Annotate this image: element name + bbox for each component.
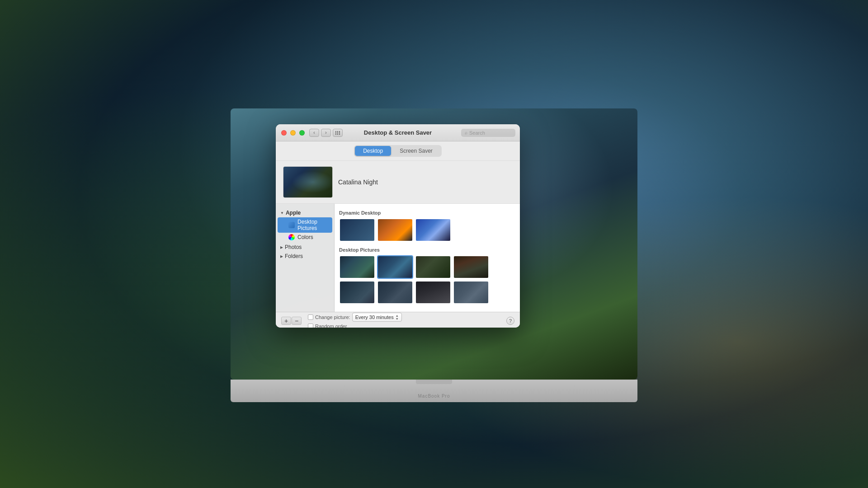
- gallery-item-dd-3[interactable]: [415, 218, 451, 242]
- photos-label: Photos: [285, 244, 302, 250]
- colors-label: Colors: [297, 234, 313, 240]
- dynamic-desktop-grid: [339, 218, 515, 242]
- add-button[interactable]: +: [281, 317, 291, 325]
- gallery-area: Dynamic Desktop: [335, 204, 520, 312]
- bottom-checkboxes: Change picture: Every 30 minutes ▲ ▼: [308, 313, 402, 328]
- help-button[interactable]: ?: [506, 317, 514, 325]
- gallery-item-dp-2[interactable]: [377, 255, 413, 279]
- sidebar-group-folders[interactable]: ▶ Folders: [276, 252, 334, 261]
- window-controls: [281, 130, 305, 136]
- dp-thumbnail-3: [416, 256, 450, 278]
- preview-thumbnail: [283, 166, 333, 198]
- preview-section: Catalina Night: [276, 161, 520, 204]
- gallery-item-dd-2[interactable]: [377, 218, 413, 242]
- colors-icon: [288, 234, 295, 240]
- tab-desktop[interactable]: Desktop: [355, 146, 391, 156]
- remove-button[interactable]: −: [292, 317, 302, 325]
- change-picture-checkbox[interactable]: [308, 314, 313, 320]
- folders-arrow: ▶: [280, 254, 283, 258]
- gallery-item-dp-8[interactable]: [453, 281, 489, 304]
- change-picture-label: Change picture:: [315, 314, 350, 320]
- sidebar-group-apple-header[interactable]: ▼ Apple: [276, 208, 334, 217]
- dp-thumbnail-7: [416, 282, 450, 303]
- dp-thumbnail-6: [378, 282, 412, 303]
- desktop-screensaver-window: ‹ › Desktop & Screen Saver ⌕ Search: [276, 124, 520, 328]
- search-box[interactable]: ⌕ Search: [461, 129, 515, 137]
- back-button[interactable]: ‹: [309, 129, 319, 137]
- tab-screensaver[interactable]: Screen Saver: [392, 146, 441, 156]
- select-arrows: ▲ ▼: [396, 314, 399, 320]
- random-order-label: Random order: [315, 324, 347, 328]
- grid-icon: [335, 131, 340, 135]
- content-area: Catalina Night ▼ Apple Des: [276, 161, 520, 328]
- add-remove-buttons: + −: [281, 317, 302, 325]
- macbook-label: MacBook Pro: [418, 394, 450, 399]
- grid-button[interactable]: [333, 129, 343, 137]
- change-picture-row: Change picture: Every 30 minutes ▲ ▼: [308, 313, 402, 322]
- sidebar-item-desktop-pictures[interactable]: Desktop Pictures: [278, 217, 332, 233]
- main-content: ▼ Apple Desktop Pictures Colors: [276, 204, 520, 312]
- interval-label: Every 30 minutes: [355, 314, 394, 320]
- desktop-pictures-label: Desktop Pictures: [297, 219, 328, 231]
- apple-group-label: Apple: [286, 210, 301, 216]
- dp-thumbnail-2: [378, 256, 412, 278]
- gallery-item-dp-1[interactable]: [339, 255, 375, 279]
- preview-name: Catalina Night: [338, 178, 378, 186]
- gallery-item-dd-1[interactable]: [339, 218, 375, 242]
- nav-buttons: ‹ ›: [309, 129, 331, 137]
- apple-group-arrow: ▼: [280, 211, 284, 215]
- gallery-item-dp-3[interactable]: [415, 255, 451, 279]
- gallery-item-dp-4[interactable]: [453, 255, 489, 279]
- desktop-pictures-title: Desktop Pictures: [339, 247, 515, 253]
- desktop-pictures-grid: [339, 255, 515, 304]
- forward-button[interactable]: ›: [321, 129, 331, 137]
- gallery-item-dp-5[interactable]: [339, 281, 375, 304]
- photos-arrow: ▶: [280, 245, 283, 249]
- sidebar: ▼ Apple Desktop Pictures Colors: [276, 204, 335, 312]
- minimize-button[interactable]: [290, 130, 296, 136]
- dp-thumbnail-5: [340, 282, 374, 303]
- gallery-item-dp-7[interactable]: [415, 281, 451, 304]
- bottom-bar: + − Change picture: Every 30 minutes ▲: [276, 312, 520, 328]
- search-placeholder: Search: [469, 130, 485, 136]
- interval-select[interactable]: Every 30 minutes ▲ ▼: [352, 313, 402, 322]
- dd-thumbnail-2: [378, 219, 412, 241]
- folders-label: Folders: [285, 253, 303, 259]
- sidebar-group-apple: ▼ Apple Desktop Pictures Colors: [276, 207, 334, 243]
- dynamic-desktop-title: Dynamic Desktop: [339, 210, 515, 216]
- close-button[interactable]: [281, 130, 287, 136]
- macbook-bezel: MacBook Pro: [231, 380, 637, 402]
- thumbnail-image: [283, 167, 332, 197]
- dp-thumbnail-1: [340, 256, 374, 278]
- dp-thumbnail-4: [454, 256, 488, 278]
- maximize-button[interactable]: [299, 130, 305, 136]
- gallery-item-dp-6[interactable]: [377, 281, 413, 304]
- search-icon: ⌕: [465, 130, 467, 135]
- sidebar-group-photos[interactable]: ▶ Photos: [276, 243, 334, 252]
- dp-thumbnail-8: [454, 282, 488, 303]
- sidebar-item-colors[interactable]: Colors: [278, 233, 332, 242]
- tabs-bar: Desktop Screen Saver: [276, 141, 520, 161]
- tabs-container: Desktop Screen Saver: [354, 145, 442, 157]
- random-order-row: Random order: [308, 324, 402, 328]
- dd-thumbnail-1: [340, 219, 374, 241]
- macbook-camera-area: [416, 380, 452, 384]
- dd-thumbnail-3: [416, 219, 450, 241]
- desktop-pictures-icon: [288, 222, 295, 228]
- title-bar: ‹ › Desktop & Screen Saver ⌕ Search: [276, 124, 520, 141]
- window-title: Desktop & Screen Saver: [364, 129, 432, 136]
- random-order-checkbox[interactable]: [308, 324, 313, 328]
